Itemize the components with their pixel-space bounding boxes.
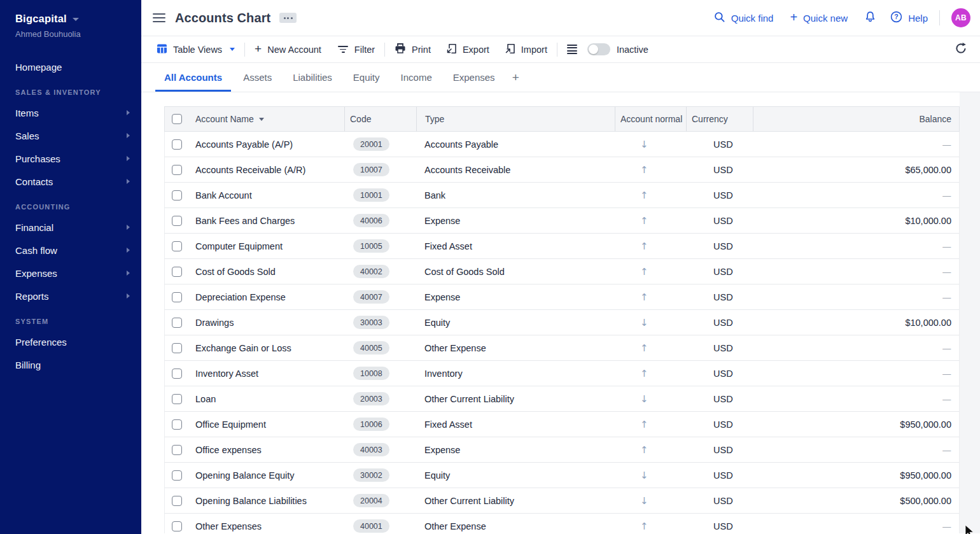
sidebar-item-billing[interactable]: Billing	[0, 353, 141, 376]
tab-equity[interactable]: Equity	[353, 63, 380, 92]
currency-cell: USD	[686, 318, 753, 328]
toolbar: Table Views + New Account Filter Print	[141, 36, 980, 63]
account-code-badge: 40007	[353, 290, 389, 304]
help-button[interactable]: ? Help	[890, 11, 928, 25]
column-header-account-name[interactable]: Account Name	[189, 107, 344, 131]
table-row[interactable]: Computer Equipment10005Fixed Asset↑USD—	[164, 234, 960, 259]
row-checkbox[interactable]	[172, 445, 182, 455]
balance-cell: —	[942, 445, 952, 455]
export-icon	[446, 43, 457, 56]
account-type-cell: Inventory	[416, 369, 615, 379]
print-button[interactable]: Print	[395, 43, 431, 55]
organization-switcher[interactable]: Bigcapital	[15, 13, 129, 25]
table-row[interactable]: Opening Balance Equity30002Equity↓USD$95…	[164, 463, 960, 488]
row-density-icon[interactable]	[567, 45, 577, 54]
account-name-cell: Exchange Gain or Loss	[189, 343, 344, 353]
sidebar-item-label: Billing	[15, 360, 41, 370]
row-checkbox[interactable]	[172, 419, 182, 430]
sidebar-item-preferences[interactable]: Preferences	[0, 330, 141, 353]
column-header-balance[interactable]: Balance	[753, 107, 959, 131]
user-avatar[interactable]: AB	[951, 8, 970, 27]
table-row[interactable]: Cost of Goods Sold40002Cost of Goods Sol…	[164, 259, 960, 285]
account-code-badge: 40005	[353, 341, 389, 355]
row-checkbox[interactable]	[172, 292, 182, 302]
chevron-down-icon	[73, 18, 79, 21]
balance-cell: —	[942, 292, 952, 302]
row-checkbox[interactable]	[172, 139, 182, 150]
tab-all-accounts[interactable]: All Accounts	[164, 63, 222, 92]
sidebar-toggle-icon[interactable]	[153, 13, 165, 22]
sidebar-item-cash-flow[interactable]: Cash flow	[0, 239, 141, 262]
sidebar-item-purchases[interactable]: Purchases	[0, 147, 141, 170]
row-checkbox[interactable]	[172, 318, 182, 328]
account-type-cell: Cost of Goods Sold	[416, 267, 615, 277]
table-row[interactable]: Opening Balance Liabilities20004Other Cu…	[164, 488, 960, 514]
sidebar-item-reports[interactable]: Reports	[0, 285, 141, 307]
balance-cell: $500,000.00	[900, 496, 951, 506]
notifications-button[interactable]	[864, 11, 876, 25]
arrow-up-icon: ↑	[640, 164, 648, 176]
quick-new-button[interactable]: + Quick new	[790, 12, 848, 24]
row-checkbox[interactable]	[172, 190, 182, 200]
row-checkbox[interactable]	[172, 165, 182, 175]
arrow-down-icon: ↓	[640, 317, 648, 328]
print-label: Print	[412, 45, 431, 55]
row-checkbox[interactable]	[172, 241, 182, 251]
account-name-cell: Bank Account	[189, 190, 344, 200]
table-row[interactable]: Office expenses40003Expense↑USD—	[164, 437, 960, 463]
sidebar-item-items[interactable]: Items	[0, 101, 141, 124]
app-window: Bigcapital Ahmed Bouhuolia HomepageSALES…	[0, 0, 980, 534]
tab-income[interactable]: Income	[401, 63, 432, 92]
table-row[interactable]: Bank Account10001Bank↑USD—	[164, 183, 960, 208]
sidebar-item-sales[interactable]: Sales	[0, 124, 141, 147]
tab-liabilities[interactable]: Liabilities	[293, 63, 332, 92]
import-button[interactable]: Import	[505, 43, 547, 56]
row-checkbox[interactable]	[172, 521, 182, 531]
table-row[interactable]: Office Equipment10006Fixed Asset↑USD$950…	[164, 412, 960, 437]
table-row[interactable]: Other Expenses40001Other Expense↑USD—	[164, 514, 960, 533]
row-checkbox[interactable]	[172, 216, 182, 226]
table-row[interactable]: Loan20003Other Current Liability↓USD—	[164, 386, 960, 412]
scrollbar-gutter[interactable]	[960, 92, 980, 533]
table-row[interactable]: Exchange Gain or Loss40005Other Expense↑…	[164, 335, 960, 361]
row-checkbox[interactable]	[172, 369, 182, 379]
inactive-toggle[interactable]	[587, 43, 610, 55]
column-header-currency[interactable]: Currency	[686, 107, 753, 131]
filter-button[interactable]: Filter	[338, 45, 375, 55]
sidebar-item-homepage[interactable]: Homepage	[0, 55, 141, 78]
sidebar-item-label: Sales	[15, 130, 39, 141]
new-account-button[interactable]: + New Account	[255, 44, 321, 55]
add-view-tab-button[interactable]: +	[512, 71, 519, 85]
column-header-type[interactable]: Type	[416, 107, 615, 131]
sidebar-item-financial[interactable]: Financial	[0, 216, 141, 239]
table-views-button[interactable]: Table Views	[157, 43, 235, 56]
refresh-button[interactable]	[955, 42, 967, 57]
account-name-cell: Other Expenses	[189, 521, 344, 531]
more-options-button[interactable]	[279, 13, 297, 23]
sidebar-item-contacts[interactable]: Contacts	[0, 170, 141, 193]
table-row[interactable]: Drawings30003Equity↓USD$10,000.00	[164, 310, 960, 335]
row-checkbox[interactable]	[172, 267, 182, 277]
tab-expenses[interactable]: Expenses	[453, 63, 495, 92]
table-row[interactable]: Inventory Asset10008Inventory↑USD—	[164, 361, 960, 386]
column-header-account-normal[interactable]: Account normal	[615, 107, 686, 131]
sidebar-item-expenses[interactable]: Expenses	[0, 262, 141, 285]
table-row[interactable]: Depreciation Expense40007Expense↑USD—	[164, 285, 960, 310]
table-row[interactable]: Bank Fees and Charges40006Expense↑USD$10…	[164, 208, 960, 234]
table-row[interactable]: Accounts Receivable (A/R)10007Accounts R…	[164, 157, 960, 183]
row-checkbox[interactable]	[172, 343, 182, 353]
arrow-up-icon: ↑	[640, 292, 648, 303]
column-header-code[interactable]: Code	[344, 107, 416, 131]
account-type-cell: Expense	[416, 216, 615, 226]
export-button[interactable]: Export	[446, 43, 489, 56]
account-type-cell: Other Current Liability	[416, 496, 615, 506]
table-row[interactable]: Accounts Payable (A/P)20001Accounts Paya…	[164, 132, 960, 157]
quick-find-button[interactable]: Quick find	[714, 11, 774, 25]
arrow-up-icon: ↑	[640, 342, 648, 354]
tab-assets[interactable]: Assets	[243, 63, 272, 92]
row-checkbox[interactable]	[172, 470, 182, 481]
select-all-checkbox[interactable]	[172, 114, 182, 124]
row-checkbox[interactable]	[172, 394, 182, 404]
row-checkbox[interactable]	[172, 496, 182, 506]
balance-cell: —	[942, 267, 952, 277]
